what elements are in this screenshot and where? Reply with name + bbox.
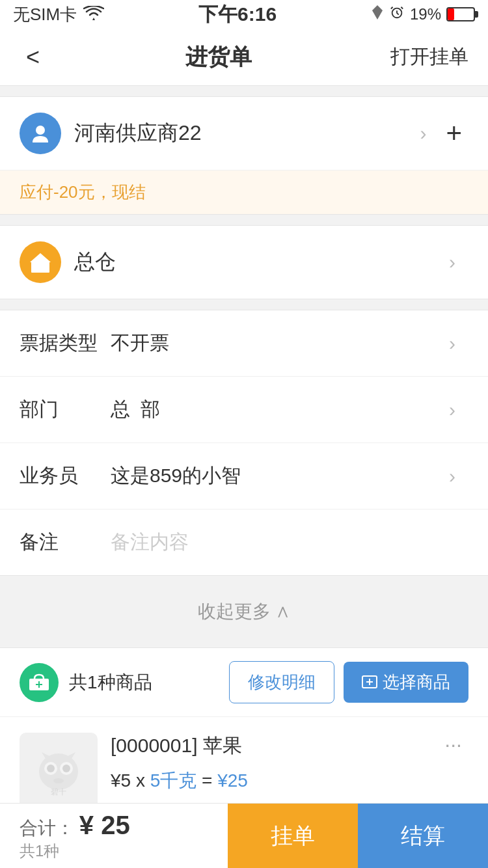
supplier-section: 河南供应商22 › + 应付-20元，现结	[0, 96, 488, 215]
products-section: 共1种商品 修改明细 选择商品 碧十	[0, 647, 488, 827]
unit-price: ¥5	[111, 770, 131, 791]
supplier-hint: 应付-20元，现结	[0, 170, 488, 214]
department-chevron-icon: ›	[449, 399, 455, 421]
department-label: 部门	[20, 396, 104, 423]
carrier-text: 无SIM卡	[13, 3, 77, 26]
settle-button[interactable]: 结算	[358, 804, 488, 868]
salesman-value: 这是859的小智	[104, 463, 449, 489]
equals-sign: =	[202, 770, 217, 791]
invoice-type-row[interactable]: 票据类型 不开票 ›	[0, 310, 488, 377]
battery-icon	[446, 7, 475, 21]
product-thumbnail: 碧十	[20, 733, 98, 811]
warehouse-section: 总仓 ›	[0, 225, 488, 299]
form-section: 票据类型 不开票 › 部门 总 部 › 业务员 这是859的小智 › 备注 备注…	[0, 310, 488, 576]
alarm-icon	[389, 5, 405, 23]
product-price: ¥5 x 5千克 = ¥25	[111, 768, 438, 793]
invoice-chevron-icon: ›	[449, 332, 455, 355]
multiply-sign: x	[136, 770, 150, 791]
product-name: [0000001] 苹果	[111, 733, 438, 759]
bottom-total: 合计： ¥ 25 共1种	[0, 811, 228, 861]
svg-marker-4	[30, 253, 51, 262]
supplier-avatar	[20, 113, 61, 154]
salesman-row[interactable]: 业务员 这是859的小智 ›	[0, 443, 488, 509]
collapse-button[interactable]: 收起更多 ∧	[0, 586, 488, 637]
page-title: 进货单	[185, 42, 252, 72]
open-hang-button[interactable]: 打开挂单	[390, 44, 468, 70]
remark-label: 备注	[20, 529, 104, 556]
total-count: 共1种	[20, 841, 208, 861]
svg-marker-0	[372, 5, 383, 20]
hang-order-button[interactable]: 挂单	[228, 804, 358, 868]
wifi-icon	[83, 5, 104, 25]
line-total: ¥25	[217, 770, 248, 791]
svg-text:碧十: 碧十	[51, 787, 66, 796]
quantity: 5千克	[150, 770, 197, 791]
products-count: 共1种商品	[69, 670, 229, 695]
supplier-row[interactable]: 河南供应商22 › +	[0, 97, 488, 170]
back-button[interactable]: <	[20, 37, 46, 77]
bottom-bar: 合计： ¥ 25 共1种 挂单 结算	[0, 803, 488, 868]
remark-row[interactable]: 备注 备注内容	[0, 509, 488, 575]
warehouse-chevron-icon: ›	[449, 251, 455, 273]
status-left: 无SIM卡	[13, 3, 104, 26]
nav-bar: < 进货单 打开挂单	[0, 29, 488, 86]
battery-percent: 19%	[410, 5, 441, 23]
select-product-button[interactable]: 选择商品	[344, 662, 468, 703]
status-bar: 无SIM卡 下午6:16 19%	[0, 0, 488, 29]
select-product-label: 选择商品	[383, 671, 450, 694]
department-row[interactable]: 部门 总 部 ›	[0, 377, 488, 443]
product-info: [0000001] 苹果 ¥5 x 5千克 = ¥25	[111, 733, 438, 793]
product-more-button[interactable]: ···	[438, 733, 468, 757]
svg-point-16	[62, 765, 70, 772]
supplier-name: 河南供应商22	[74, 119, 420, 148]
invoice-label: 票据类型	[20, 330, 104, 357]
product-code: [0000001]	[111, 735, 197, 756]
status-time: 下午6:16	[198, 1, 277, 28]
svg-point-2	[36, 126, 45, 135]
status-right: 19%	[371, 5, 475, 23]
svg-rect-5	[37, 265, 44, 273]
remark-value: 备注内容	[104, 529, 468, 556]
supplier-chevron-icon: ›	[420, 122, 426, 144]
location-icon	[371, 5, 384, 23]
warehouse-icon	[20, 241, 61, 283]
warehouse-row[interactable]: 总仓 ›	[0, 226, 488, 299]
svg-point-17	[53, 778, 64, 783]
add-supplier-button[interactable]: +	[439, 120, 468, 147]
department-value: 总 部	[104, 396, 449, 423]
products-icon	[20, 663, 59, 702]
svg-point-12	[39, 753, 78, 790]
warehouse-name: 总仓	[74, 248, 449, 277]
salesman-chevron-icon: ›	[449, 465, 455, 487]
svg-point-15	[47, 765, 55, 772]
total-label: 合计：	[20, 818, 74, 838]
total-amount: ¥ 25	[79, 811, 130, 839]
product-fruit-name: 苹果	[203, 735, 242, 756]
salesman-label: 业务员	[20, 463, 104, 489]
invoice-value: 不开票	[104, 330, 449, 357]
edit-detail-button[interactable]: 修改明细	[229, 661, 334, 703]
products-header: 共1种商品 修改明细 选择商品	[0, 648, 488, 717]
